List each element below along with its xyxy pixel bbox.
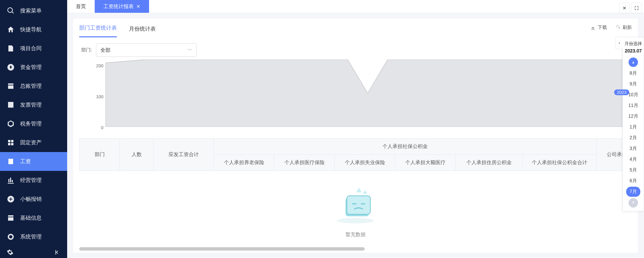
- tab-label: 工资统计报表: [103, 3, 134, 10]
- subtab-dept[interactable]: 部门工资统计表: [79, 19, 117, 37]
- sidebar-label: 工资: [20, 158, 31, 165]
- invoice-icon: [7, 101, 15, 109]
- month-item[interactable]: 5月: [626, 165, 640, 175]
- contract-icon: [7, 44, 15, 52]
- sidebar-item-invoice[interactable]: 发票管理: [0, 96, 67, 114]
- search-icon: [7, 7, 15, 15]
- sidebar-item-system[interactable]: 系统管理: [0, 227, 67, 246]
- sidebar-label: 总账管理: [20, 83, 42, 90]
- month-picker-current: 2023.07: [625, 48, 642, 56]
- info-icon: [7, 214, 15, 222]
- refresh-label: 刷新: [623, 25, 632, 31]
- sidebar-label: 小畅报销: [20, 196, 42, 203]
- close-all-button[interactable]: ✕: [619, 3, 630, 13]
- ledger-icon: [7, 82, 15, 90]
- asset-icon: [7, 139, 15, 147]
- empty-text: 暂无数据: [346, 231, 366, 238]
- salary-icon: [7, 157, 15, 165]
- data-table: 部门 人数 应发工资合计 个人承担社保公积金 公司承担 个人承担养老保险 个人承…: [79, 138, 637, 171]
- month-next-button[interactable]: [629, 198, 638, 208]
- sidebar-item-business[interactable]: 经营管理: [0, 171, 67, 190]
- th-subtotal: 个人承担社保公积金合计: [523, 155, 597, 171]
- sidebar-item-ledger[interactable]: 总账管理: [0, 77, 67, 96]
- refresh-icon: [615, 25, 620, 30]
- th-unemploy: 个人承担失业保险: [335, 155, 395, 171]
- sidebar-label: 发票管理: [20, 102, 42, 109]
- sidebar-item-salary[interactable]: 工资: [0, 152, 67, 171]
- month-prev-button[interactable]: [629, 58, 638, 67]
- business-icon: [7, 176, 15, 184]
- collapse-icon[interactable]: [54, 249, 60, 256]
- reimburse-icon: [7, 195, 15, 203]
- download-icon: [590, 25, 596, 30]
- svg-marker-6: [356, 188, 362, 192]
- sidebar-item-contract[interactable]: 项目合同: [0, 39, 67, 58]
- subtab-month[interactable]: 月份统计表: [129, 20, 156, 37]
- ytick-200: 200: [92, 63, 103, 68]
- sub-tabs: 部门工资统计表 月份统计表 下载 刷新: [73, 19, 638, 37]
- month-item[interactable]: 7月: [626, 187, 640, 197]
- th-medical: 个人承担医疗保险: [274, 155, 335, 171]
- month-item[interactable]: 12月: [625, 111, 642, 121]
- empty-illustration-icon: [332, 181, 379, 225]
- main: 首页 工资统计报表 ✕ ✕ 部门工资统计表 月份统计表 下载: [67, 0, 644, 258]
- content: 部门工资统计表 月份统计表 下载 刷新 部门: 全部 ﹀: [67, 13, 644, 258]
- ytick-100: 100: [92, 94, 103, 99]
- refresh-button[interactable]: 刷新: [615, 25, 632, 31]
- month-item[interactable]: 9月: [626, 79, 640, 89]
- sidebar-item-funds[interactable]: 资金管理: [0, 58, 67, 77]
- close-icon[interactable]: ✕: [136, 4, 140, 9]
- sidebar-item-quicknav[interactable]: 快捷导航: [0, 20, 67, 39]
- system-icon: [7, 233, 15, 241]
- dept-select-value: 全部: [100, 47, 110, 53]
- dept-select[interactable]: 全部 ﹀: [96, 43, 197, 57]
- th-group: 个人承担社保公积金: [214, 139, 597, 155]
- month-list: 8月 9月 10月 11月 12月 1月 2月 3月 4月 5月 6月 7月: [625, 68, 642, 197]
- fullscreen-button[interactable]: [631, 3, 642, 13]
- month-item[interactable]: 3月: [626, 144, 640, 154]
- sidebar-item-assets[interactable]: 固定资产: [0, 133, 67, 152]
- chevron-down-icon: ﹀: [187, 47, 192, 53]
- sidebar-item-baseinfo[interactable]: 基础信息: [0, 209, 67, 227]
- month-picker-collapse[interactable]: [615, 37, 623, 49]
- download-button[interactable]: 下载: [590, 25, 607, 31]
- toolbar: 下载 刷新: [590, 25, 632, 31]
- month-picker: 月份选择 2023.07 8月 9月 10月 11月 12月 1月 2月 3月 …: [623, 37, 644, 211]
- sidebar-item-search[interactable]: 搜索菜单: [0, 1, 67, 20]
- month-item[interactable]: 2月: [626, 133, 640, 143]
- sidebar-label: 税务管理: [20, 120, 42, 127]
- sidebar-label: 快捷导航: [20, 26, 42, 33]
- tab-label: 首页: [76, 3, 86, 10]
- svg-rect-3: [347, 196, 370, 214]
- tab-home[interactable]: 首页: [67, 0, 95, 13]
- sidebar-label: 项目合同: [20, 45, 42, 52]
- month-item[interactable]: 4月: [626, 154, 640, 164]
- tab-salary-report[interactable]: 工资统计报表 ✕: [95, 0, 149, 13]
- chart: 200 100 0: [92, 60, 630, 134]
- th-gross: 应发工资合计: [153, 139, 214, 171]
- sidebar-label: 基础信息: [20, 215, 42, 222]
- horizontal-scrollbar[interactable]: [79, 247, 632, 251]
- sidebar-label: 搜索菜单: [20, 7, 42, 14]
- sidebar: 搜索菜单 快捷导航 项目合同 资金管理 总账管理 发票管理 税务管理 固定资产: [0, 0, 67, 258]
- month-item[interactable]: 8月: [626, 68, 640, 78]
- table: 部门 人数 应发工资合计 个人承担社保公积金 公司承担 个人承担养老保险 个人承…: [79, 138, 632, 241]
- sidebar-menu: 搜索菜单 快捷导航 项目合同 资金管理 总账管理 发票管理 税务管理 固定资产: [0, 0, 67, 246]
- svg-point-1: [337, 218, 374, 223]
- sidebar-bottom: [0, 246, 67, 258]
- month-item[interactable]: 1月: [626, 122, 640, 132]
- svg-marker-7: [363, 190, 367, 194]
- home-icon: [7, 26, 15, 34]
- sidebar-item-tax[interactable]: 税务管理: [0, 114, 67, 133]
- settings-icon[interactable]: [7, 249, 13, 256]
- sidebar-item-reimburse[interactable]: 小畅报销: [0, 190, 67, 209]
- dept-label: 部门:: [81, 47, 92, 53]
- month-item[interactable]: 11月: [625, 101, 642, 111]
- th-pension: 个人承担养老保险: [214, 155, 274, 171]
- sidebar-label: 经营管理: [20, 177, 42, 184]
- scrollbar-thumb[interactable]: [79, 247, 365, 251]
- money-icon: [7, 63, 15, 71]
- empty-state: 暂无数据: [79, 171, 632, 241]
- month-item[interactable]: 6月: [626, 176, 640, 186]
- panel: 部门工资统计表 月份统计表 下载 刷新 部门: 全部 ﹀: [73, 19, 638, 253]
